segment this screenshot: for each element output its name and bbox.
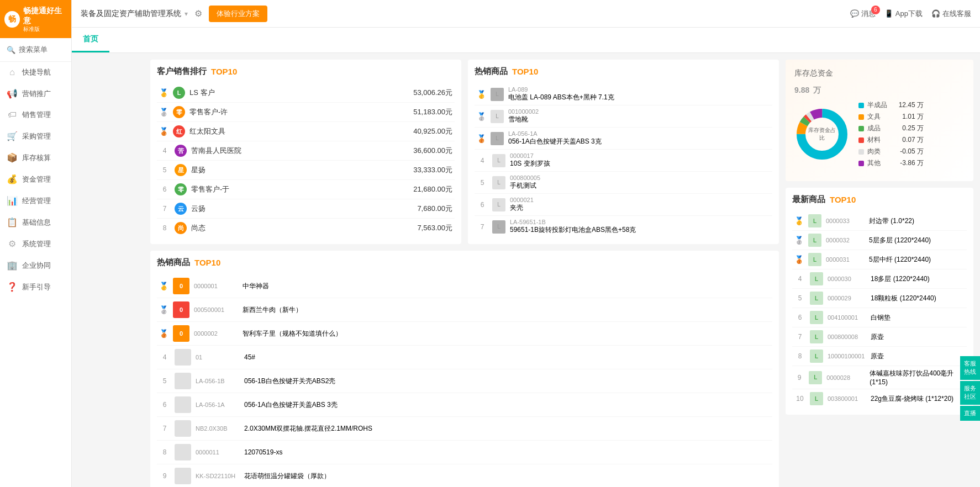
sidebar-search-section: 🔍 搜索菜单 (0, 38, 71, 62)
new-product-name: 5层多层 (1220*2440) (869, 236, 931, 245)
sidebar-item-purchase[interactable]: 🛒采购管理 (0, 125, 71, 147)
rank-num: 9 (794, 374, 804, 382)
new-product-row: 5 L 0000029 18颗粒板 (1220*2440) (792, 289, 967, 308)
rank-num: 10 (794, 395, 805, 403)
rank-num: 4 (477, 157, 488, 165)
sidebar-item-operations[interactable]: 📊经营管理 (0, 190, 71, 211)
hot-product-code: LA-056-1B (196, 378, 240, 384)
sidebar-item-sales[interactable]: 🏷销售管理 (0, 104, 71, 125)
main-area: 装备及固定资产辅助管理系统 ▾ ⚙ 体验行业方案 💬 消息 6 📱 App下载 … (72, 0, 980, 487)
legend-label: 半成品 (867, 100, 887, 110)
app-download-action[interactable]: 📱 App下载 (884, 9, 923, 19)
legend-dot (858, 161, 864, 166)
app-download-label: App下载 (895, 9, 923, 19)
product-info: LA-59651-1B 59651-1B旋转投影灯电池盒ABS黑色+58克 (510, 219, 636, 235)
hot-product-main-row: 🥇 0 0000001 中华神器 (157, 274, 772, 298)
nav-label-guide: 新手引导 (22, 282, 51, 292)
nav-label-inventory: 库存核算 (22, 153, 51, 163)
customer-badge: 红 (173, 125, 185, 137)
hot-products-main-title-text: 热销商品 (157, 257, 190, 268)
legend-item-4: 肉类 -0.05 万 (858, 147, 924, 156)
customer-badge: 苦 (175, 145, 187, 157)
nav-icon-inventory: 📦 (7, 152, 18, 163)
hot-product-main-row: 7 NB2.0X30B 2.0X30MM双摆花轴.摆花直径2.1MM/ROHS (157, 417, 772, 441)
new-product-row: 6 L 004100001 白钢垫 (792, 308, 967, 327)
hot-product-main-row: 8 0000011 12070519-xs (157, 441, 772, 464)
rank-num: 8 (159, 224, 170, 232)
online-service-label: 在线客服 (942, 9, 971, 19)
dropdown-arrow-icon[interactable]: ▾ (185, 10, 188, 18)
customer-amount: 33,333.00元 (413, 165, 452, 175)
trial-button[interactable]: 体验行业方案 (209, 6, 267, 22)
hot-product-code: 01 (196, 354, 240, 361)
cs-live-button[interactable]: 直播 (960, 406, 980, 421)
legend-label: 其他 (867, 158, 887, 168)
hot-product-main-row: 5 LA-056-1B 056-1B白色按键开关壳ABS2壳 (157, 369, 772, 393)
customer-list-row: 4 苦 苦南县人民医院 36,600.00元 (157, 141, 455, 161)
product-name: 电池盖 LA-089 ABS本色+黑种 7.1克 (508, 93, 614, 102)
legend-value: 1.01 万 (891, 112, 924, 121)
rank-medal: 🥇 (477, 90, 486, 99)
hot-product-thumb (175, 373, 191, 389)
sidebar-item-basic-info[interactable]: 📋基础信息 (0, 211, 71, 233)
sidebar-item-inventory[interactable]: 📦库存核算 (0, 147, 71, 168)
nav-icon-collab: 🏢 (7, 260, 18, 271)
new-product-thumb: L (808, 214, 821, 227)
product-thumb: L (491, 132, 504, 145)
hot-product-thumb (175, 468, 191, 484)
settings-button[interactable]: ⚙ (194, 8, 202, 19)
new-product-code: 0000030 (828, 276, 866, 282)
message-badge: 6 (871, 6, 880, 14)
hot-product-right-row: 7 L LA-59651-1B 59651-1B旋转投影灯电池盒ABS黑色+58… (475, 216, 772, 237)
tab-home[interactable]: 首页 (72, 28, 109, 52)
inventory-card: 库存总资金 9.88 万 库存资金占比 (786, 60, 973, 181)
legend-item-1: 文具 1.01 万 (858, 112, 924, 121)
new-product-name: 白钢垫 (871, 313, 891, 322)
rank-medal: 🥇 (159, 282, 168, 290)
new-products-card: 最新商品 TOP10 🥇 L 0000033 封边带 (1.0*22) 🥈 L … (786, 188, 973, 415)
sidebar-item-system[interactable]: ⚙系统管理 (0, 233, 71, 255)
customer-badge: 零 (173, 106, 185, 118)
hot-product-name: 056-1A白色按键开关盖ABS 3壳 (244, 400, 338, 410)
hot-product-thumb: 0 (173, 301, 189, 318)
hot-product-main-row: 🥉 0 0000002 智利车子里（规格不知道填什么） (157, 322, 772, 346)
customer-ranking-title-text: 客户销售排行 (157, 66, 207, 77)
cs-hotline-button[interactable]: 客服 热线 (960, 356, 980, 380)
sidebar-item-finance[interactable]: 💰资金管理 (0, 168, 71, 190)
customer-name: 云扬 (191, 204, 413, 214)
new-product-thumb: L (808, 253, 821, 266)
sidebar-item-marketing[interactable]: 📢营销推广 (0, 83, 71, 104)
nav-icon-sales: 🏷 (7, 110, 18, 120)
hot-product-right-row: 🥈 L 001000002 雪地靴 (475, 105, 772, 128)
rank-medal-3: 🥉 (159, 127, 168, 136)
cs-community-button[interactable]: 服务 社区 (960, 381, 980, 405)
new-product-row: 8 L 10000100001 原壶 (792, 347, 967, 366)
search-menu-button[interactable]: 🔍 搜索菜单 (4, 43, 67, 57)
online-service-action[interactable]: 🎧 在线客服 (931, 9, 971, 19)
hot-products-right-title-text: 热销商品 (475, 66, 508, 77)
headset-icon: 🎧 (931, 9, 940, 18)
product-thumb: L (492, 176, 505, 189)
nav-label-quick-nav: 快捷导航 (22, 67, 51, 77)
sidebar-item-guide[interactable]: ❓新手引导 (0, 276, 71, 298)
new-product-thumb: L (810, 330, 823, 343)
hot-products-right-card: 热销商品 TOP10 🥇 L LA-089 电池盖 LA-089 ABS本色+黑… (468, 60, 779, 244)
customer-badge: 星 (175, 164, 187, 176)
hot-product-thumb: 0 (173, 325, 189, 342)
hot-product-name: 2.0X30MM双摆花轴.摆花直径2.1MM/ROHS (244, 424, 372, 433)
customer-badge: L (173, 87, 185, 99)
sidebar-item-collab[interactable]: 🏢企业协同 (0, 255, 71, 276)
hot-product-name: 45# (244, 353, 255, 361)
customer-list-row: 5 星 星扬 33,333.00元 (157, 161, 455, 180)
sidebar-item-quick-nav[interactable]: ⌂快捷导航 (0, 62, 71, 83)
nav-icon-system: ⚙ (7, 239, 18, 249)
nav-icon-basic-info: 📋 (7, 217, 18, 227)
content-main: 客户销售排行 TOP10 🥇 L LS 客户 53,006.26元 🥈 零 零售… (144, 53, 980, 487)
new-product-name: 封边带 (1.0*22) (869, 216, 914, 226)
new-product-row: 🥈 L 0000032 5层多层 (1220*2440) (792, 231, 967, 250)
rank-num: 4 (794, 275, 805, 283)
hot-product-thumb (175, 349, 191, 366)
customer-name: LS 客户 (189, 88, 409, 98)
message-action[interactable]: 💬 消息 6 (850, 9, 876, 19)
legend-label: 文具 (867, 112, 887, 121)
